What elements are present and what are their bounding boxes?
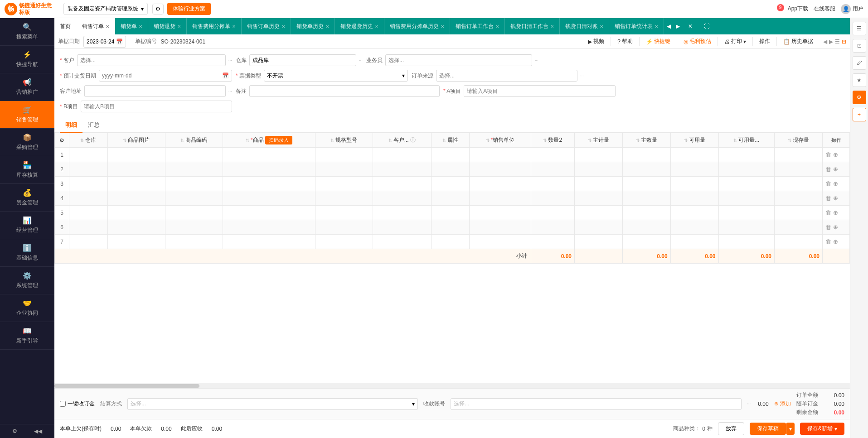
th-available2[interactable]: ⇅ 可用量... — [718, 133, 775, 148]
tab-sales-order[interactable]: 销售订单 ✕ — [77, 18, 115, 34]
th-spec[interactable]: ⇅ 规格型号 — [315, 133, 373, 148]
row-7-attr[interactable] — [431, 235, 470, 249]
row-5-goods[interactable] — [223, 206, 315, 220]
operate-btn[interactable]: 操作 — [756, 37, 773, 46]
sidebar-item-search[interactable]: 🔍 搜索菜单 — [0, 18, 54, 46]
row-1-available2[interactable] — [718, 148, 775, 162]
row-1-main-unit[interactable] — [574, 148, 622, 162]
tab-close-sales-return[interactable]: ✕ — [177, 24, 181, 29]
row-4-customer-code[interactable] — [373, 191, 431, 206]
row-4-delete-btn[interactable]: 🗑 — [825, 195, 831, 202]
row-7-available[interactable] — [670, 235, 718, 249]
delivery-date-input[interactable] — [102, 72, 220, 79]
table-scroll-bar[interactable] — [54, 383, 850, 388]
row-4-stock[interactable] — [775, 191, 823, 206]
customer-input[interactable] — [77, 54, 226, 66]
tab-close-sales-order-desk[interactable]: ✕ — [495, 24, 499, 29]
row-1-qty2[interactable] — [531, 148, 574, 162]
row-2-spec[interactable] — [315, 162, 373, 177]
row-3-delete-btn[interactable]: 🗑 — [825, 180, 831, 187]
view-btn[interactable]: ▶ 视频 — [585, 37, 607, 46]
row-3-image[interactable] — [107, 177, 165, 191]
tab-fullscreen-btn[interactable]: ⛶ — [698, 18, 715, 34]
tab-close-sales-goods[interactable]: ✕ — [139, 24, 142, 29]
sidebar-item-marketing[interactable]: 📢 营销推广 — [0, 73, 54, 101]
th-main-unit[interactable]: ⇅ 主计量 — [574, 133, 622, 148]
th-qty2[interactable]: ⇅ 数量2 — [531, 133, 574, 148]
row-6-stock[interactable] — [775, 220, 823, 235]
row-7-code[interactable] — [165, 235, 223, 249]
tab-close-sales-return-history[interactable]: ✕ — [375, 24, 378, 29]
row-3-copy-btn[interactable]: ⊕ — [833, 180, 838, 187]
sidebar-item-operations[interactable]: 📊 经营管理 — [0, 212, 54, 239]
row-1-warehouse[interactable] — [69, 148, 108, 162]
right-icon-2[interactable]: ⊡ — [853, 39, 866, 53]
row-4-main-unit[interactable] — [574, 191, 622, 206]
row-4-warehouse[interactable] — [69, 191, 108, 206]
row-5-code[interactable] — [165, 206, 223, 220]
row-1-attr[interactable] — [431, 148, 470, 162]
row-2-code[interactable] — [165, 162, 223, 177]
row-2-main-unit[interactable] — [574, 162, 622, 177]
row-7-available2[interactable] — [718, 235, 775, 249]
row-3-stock[interactable] — [775, 177, 823, 191]
th-image[interactable]: ⇅ 商品图片 — [107, 133, 165, 148]
system-selector[interactable]: 装备及固定资产辅助管理系统 ▾ — [63, 3, 148, 15]
row-7-stock[interactable] — [775, 235, 823, 249]
payment-method-select[interactable]: 选择... ▾ — [127, 398, 418, 410]
list-icon[interactable]: ☰ — [835, 39, 840, 45]
tab-sales-return[interactable]: 销货退货 ✕ — [148, 18, 187, 34]
account-select[interactable]: 选择... — [451, 398, 741, 410]
add-payment-btn[interactable]: ⊕ 添加 — [774, 400, 791, 408]
tab-close-sales-fee[interactable]: ✕ — [232, 24, 236, 29]
th-goods[interactable]: ⇅ *商品 扫码录入 — [223, 133, 315, 148]
staff-expand-btn[interactable]: ··· — [535, 58, 538, 63]
row-1-image[interactable] — [107, 148, 165, 162]
row-5-image[interactable] — [107, 206, 165, 220]
table-container[interactable]: ⚙ ⇅ 仓库 ⇅ 商品图片 ⇅ 商品编码 ⇅ *商品 扫码录入 — [54, 133, 850, 383]
row-3-available[interactable] — [670, 177, 718, 191]
tab-next-btn[interactable]: ▶ — [673, 18, 682, 34]
row-2-available[interactable] — [670, 162, 718, 177]
row-2-delete-btn[interactable]: 🗑 — [825, 166, 831, 173]
row-6-copy-btn[interactable]: ⊕ — [833, 224, 838, 231]
notification-area[interactable]: ✉ 9 — [778, 6, 782, 12]
row-2-goods[interactable] — [223, 162, 315, 177]
tab-close-sales-goods-history[interactable]: ✕ — [325, 24, 329, 29]
row-4-image[interactable] — [107, 191, 165, 206]
row-2-qty2[interactable] — [531, 162, 574, 177]
row-2-unit[interactable] — [470, 162, 531, 177]
row-7-main-qty[interactable] — [622, 235, 670, 249]
tab-summary[interactable]: 汇总 — [82, 118, 105, 133]
row-1-stock[interactable] — [775, 148, 823, 162]
account-expand-btn[interactable]: ··· — [747, 401, 751, 406]
row-5-warehouse[interactable] — [69, 206, 108, 220]
row-1-main-qty[interactable] — [622, 148, 670, 162]
row-2-attr[interactable] — [431, 162, 470, 177]
row-3-main-unit[interactable] — [574, 177, 622, 191]
row-2-available2[interactable] — [718, 162, 775, 177]
sidebar-item-purchase[interactable]: 📦 采购管理 — [0, 129, 54, 156]
history-btn[interactable]: 📋 历史单据 — [781, 37, 816, 46]
tab-close-all-btn[interactable]: ✕ — [682, 18, 698, 34]
tab-close-sales-order[interactable]: ✕ — [106, 24, 109, 29]
row-3-code[interactable] — [165, 177, 223, 191]
th-main-qty[interactable]: ⇅ 主数量 — [622, 133, 670, 148]
row-6-unit[interactable] — [470, 220, 531, 235]
row-7-customer-code[interactable] — [373, 235, 431, 249]
right-icon-4[interactable]: ★ — [853, 73, 866, 87]
staff-input[interactable] — [385, 54, 532, 66]
th-settings[interactable]: ⚙ — [55, 133, 69, 148]
settings-btn[interactable]: ⚙ — [152, 4, 164, 14]
customer-expand-btn[interactable]: ··· — [228, 58, 232, 63]
row-5-delete-btn[interactable]: 🗑 — [825, 209, 831, 216]
row-1-spec[interactable] — [315, 148, 373, 162]
row-1-available[interactable] — [670, 148, 718, 162]
row-5-stock[interactable] — [775, 206, 823, 220]
row-1-copy-btn[interactable]: ⊕ — [833, 151, 838, 158]
row-3-spec[interactable] — [315, 177, 373, 191]
warehouse-expand-btn[interactable]: ··· — [359, 58, 363, 63]
row-3-main-qty[interactable] — [622, 177, 670, 191]
th-code[interactable]: ⇅ 商品编码 — [165, 133, 223, 148]
row-5-available[interactable] — [670, 206, 718, 220]
